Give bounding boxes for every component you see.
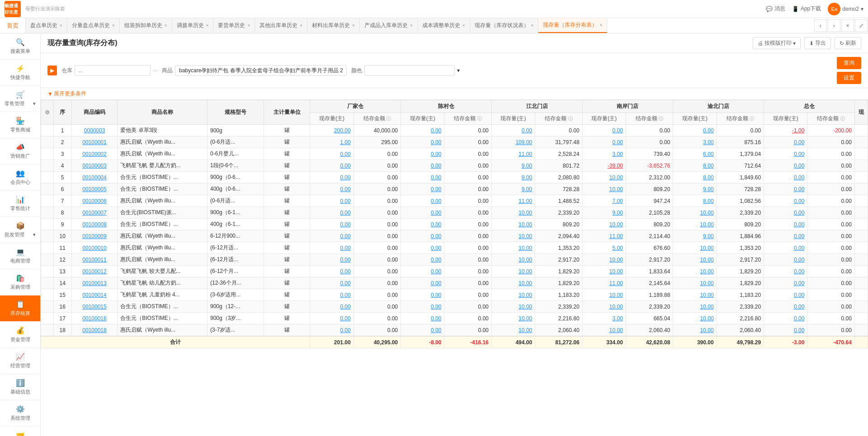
row-gear[interactable] <box>41 195 54 207</box>
row-fc-qty[interactable]: 0.00 <box>310 148 354 160</box>
user-menu[interactable]: Ea demo2 ▾ <box>828 3 863 15</box>
row-na-qty[interactable]: 7.00 <box>582 195 626 207</box>
row-na-qty[interactable]: 3.00 <box>582 313 626 324</box>
color-input[interactable] <box>364 65 455 76</box>
na-amt-info-icon[interactable]: ⓘ <box>659 116 663 121</box>
row-fc-qty[interactable]: 0.00 <box>310 172 354 183</box>
row-yb-qty[interactable]: 10.00 <box>673 254 717 266</box>
row-jb-qty[interactable]: 10.00 <box>491 254 535 266</box>
row-gear[interactable] <box>41 207 54 219</box>
row-fc-qty[interactable]: 0.00 <box>310 230 354 242</box>
row-zc-qty[interactable]: -1.00 <box>764 125 807 136</box>
row-yb-qty[interactable]: 10.00 <box>673 324 717 337</box>
row-na-qty[interactable]: 10.00 <box>582 172 626 183</box>
row-gear[interactable] <box>41 289 54 301</box>
row-yb-qty[interactable]: 10.00 <box>673 313 717 324</box>
sidebar-item-retail[interactable]: 🛒 零售管理 ▾ <box>0 86 40 112</box>
row-cm-qty[interactable]: 0.00 <box>401 324 444 337</box>
sidebar-item-marketing[interactable]: 📣 营销推广 <box>0 138 40 164</box>
tab-close-kucun-dist[interactable]: × <box>599 23 602 28</box>
row-fc-qty[interactable]: 0.00 <box>310 195 354 207</box>
row-jb-qty[interactable]: 11.00 <box>491 148 535 160</box>
row-code[interactable]: 00100002 <box>71 148 117 160</box>
row-code[interactable]: 00100005 <box>71 183 117 195</box>
sidebar-item-system[interactable]: ⚙️ 系统管理 <box>0 400 40 427</box>
row-jb-qty[interactable]: 10.00 <box>491 207 535 219</box>
row-cm-qty[interactable]: 0.00 <box>401 219 444 230</box>
row-zc-qty[interactable]: 0.00 <box>764 289 807 301</box>
warehouse-input[interactable] <box>75 65 151 76</box>
row-cm-qty[interactable]: 0.00 <box>401 136 444 148</box>
refresh-btn[interactable]: ↻ 刷新 <box>835 37 861 49</box>
row-yb-qty[interactable]: 10.00 <box>673 207 717 219</box>
row-fc-qty[interactable]: 0.00 <box>310 277 354 289</box>
row-code[interactable]: 00100011 <box>71 254 117 266</box>
cm-amt-info-icon[interactable]: ⓘ <box>477 116 482 121</box>
row-gear[interactable] <box>41 136 54 148</box>
row-na-qty[interactable]: 10.00 <box>582 289 626 301</box>
row-gear[interactable] <box>41 230 54 242</box>
row-gear[interactable] <box>41 266 54 277</box>
row-zc-qty[interactable]: 0.00 <box>764 266 807 277</box>
row-yb-qty[interactable]: 9.00 <box>673 230 717 242</box>
row-na-qty[interactable]: 3.00 <box>582 148 626 160</box>
query-btn[interactable]: 查询 <box>837 57 861 69</box>
row-yb-qty[interactable]: 3.00 <box>673 136 717 148</box>
row-zc-qty[interactable]: 0.00 <box>764 219 807 230</box>
tab-close-zuzhuan[interactable]: × <box>165 23 167 28</box>
row-zc-qty[interactable]: 0.00 <box>764 254 807 266</box>
tab-close-fenpandian[interactable]: × <box>112 23 115 28</box>
row-code[interactable]: 00100003 <box>71 160 117 172</box>
row-zc-qty[interactable]: 0.00 <box>764 160 807 172</box>
row-na-qty[interactable]: 10.00 <box>582 183 626 195</box>
row-yb-qty[interactable]: 10.00 <box>673 289 717 301</box>
row-gear[interactable] <box>41 219 54 230</box>
row-zc-qty[interactable]: 0.00 <box>764 230 807 242</box>
row-gear[interactable] <box>41 125 54 136</box>
tab-chengpin[interactable]: 产成品入库单历史 × <box>360 18 418 33</box>
row-na-qty[interactable]: 11.00 <box>582 277 626 289</box>
row-na-qty[interactable]: 11.00 <box>582 230 626 242</box>
row-code[interactable]: 00100015 <box>71 301 117 313</box>
tab-expand-btn[interactable]: ⤢ <box>855 19 868 32</box>
row-na-qty[interactable]: -39.00 <box>582 160 626 172</box>
sidebar-item-purchase[interactable]: 🛍️ 采购管理 <box>0 269 40 295</box>
row-gear[interactable] <box>41 148 54 160</box>
row-fc-qty[interactable]: 0.00 <box>310 324 354 337</box>
row-zc-qty[interactable]: 0.00 <box>764 148 807 160</box>
row-zc-qty[interactable]: 0.00 <box>764 136 807 148</box>
row-na-qty[interactable]: 9.00 <box>582 207 626 219</box>
row-cm-qty[interactable]: 0.00 <box>401 160 444 172</box>
row-fc-qty[interactable]: 0.00 <box>310 289 354 301</box>
sidebar-item-retailstat[interactable]: 📊 零售统计 <box>0 191 40 217</box>
row-gear[interactable] <box>41 242 54 254</box>
row-na-qty[interactable]: 5.00 <box>582 242 626 254</box>
row-zc-qty[interactable]: 0.00 <box>764 207 807 219</box>
row-na-qty[interactable]: 10.00 <box>582 219 626 230</box>
row-code[interactable]: 00100009 <box>71 230 117 242</box>
row-cm-qty[interactable]: 0.00 <box>401 230 444 242</box>
row-gear[interactable] <box>41 254 54 266</box>
row-gear[interactable] <box>41 183 54 195</box>
row-fc-qty[interactable]: 1.00 <box>310 136 354 148</box>
row-cm-qty[interactable]: 0.00 <box>401 195 444 207</box>
row-yb-qty[interactable]: 0.00 <box>673 125 717 136</box>
row-jb-qty[interactable]: 10.00 <box>491 242 535 254</box>
zc-amt-info-icon[interactable]: ⓘ <box>840 116 845 121</box>
expand-conditions-btn[interactable]: ▼ 展开更多条件 <box>47 90 861 98</box>
tab-close-cailiao[interactable]: × <box>352 23 355 28</box>
sidebar-item-member[interactable]: 👥 会员中心 <box>0 164 40 191</box>
tab-prev-btn[interactable]: ‹ <box>814 19 827 32</box>
export-btn[interactable]: ⬇ 导出 <box>804 37 831 49</box>
print-btn[interactable]: 🖨 按模版打印 ▾ <box>753 37 801 49</box>
row-gear[interactable] <box>41 313 54 324</box>
tab-close-kucun-status[interactable]: × <box>531 23 534 28</box>
row-fc-qty[interactable]: 0.00 <box>310 242 354 254</box>
tab-close-all-btn[interactable]: × <box>841 19 854 32</box>
row-jb-qty[interactable]: 10.00 <box>491 277 535 289</box>
settings-btn[interactable]: 设置 <box>837 72 861 84</box>
jb-amt-info-icon[interactable]: ⓘ <box>568 116 573 121</box>
row-jb-qty[interactable]: 10.00 <box>491 219 535 230</box>
sidebar-item-wholesale[interactable]: 📦 批发管理 ▾ <box>0 217 40 243</box>
filter-collapse-btn[interactable]: ▶ <box>47 66 57 75</box>
